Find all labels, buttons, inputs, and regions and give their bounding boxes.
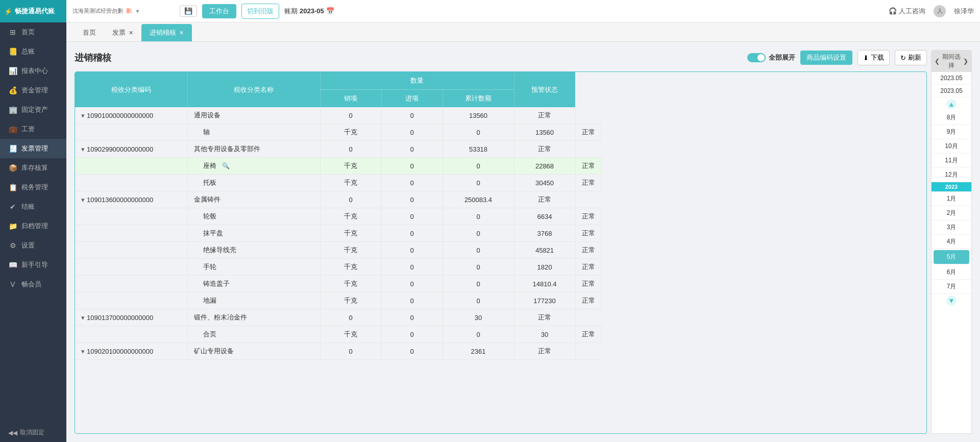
- table-row: 轮毂千克006634正常: [75, 208, 601, 225]
- period-9[interactable]: 9月: [932, 125, 971, 139]
- sidebar-item-guide[interactable]: 📖 新手引导: [0, 255, 66, 275]
- product-code-button[interactable]: 商品编码设置: [800, 51, 852, 65]
- sidebar-item-label: 总账: [21, 47, 35, 56]
- cell-sale: 0: [381, 326, 443, 343]
- search-icon[interactable]: 🔍: [222, 162, 230, 169]
- cell-tax-name: 矿山专用设备: [187, 343, 320, 360]
- period-10[interactable]: 10月: [932, 139, 971, 154]
- sidebar: ⚡ 畅捷通易代账 ⊞ 首页 📒 总账 📊 报表中心 💰 资金管理 🏢 固定资产 …: [0, 0, 66, 442]
- cell-tax-name: 铸造盖子: [187, 276, 320, 292]
- period-1[interactable]: 1月: [932, 192, 971, 206]
- period-down-btn[interactable]: ▼: [946, 296, 957, 306]
- tab-reconcile[interactable]: 进销稽核 ✕: [141, 24, 192, 41]
- sidebar-item-inventory[interactable]: 📦 库存核算: [0, 158, 66, 178]
- period-7[interactable]: 7月: [932, 280, 971, 294]
- sidebar-item-tax[interactable]: 📋 税务管理: [0, 178, 66, 197]
- col-tax-code: 税收分类编码: [75, 72, 187, 107]
- cell-tax-code: [75, 326, 187, 343]
- topbar-right: 🎧 人工咨询 人 徐泽华: [889, 5, 974, 17]
- sidebar-item-label: 库存核算: [21, 163, 48, 173]
- cell-total: 45821: [514, 242, 575, 259]
- company-name: 沈海英测试经营勿删: [72, 7, 123, 15]
- sidebar-item-archive[interactable]: 📁 归档管理: [0, 216, 66, 236]
- sidebar-item-label: 固定资产: [21, 105, 48, 114]
- tab-reconcile-close[interactable]: ✕: [179, 30, 184, 36]
- cell-status: 正常: [575, 326, 601, 343]
- inventory-icon: 📦: [8, 164, 17, 172]
- sidebar-item-invoice[interactable]: 🧾 发票管理: [0, 139, 66, 158]
- sidebar-item-assets[interactable]: 🏢 固定资产: [0, 100, 66, 119]
- app-name: 畅捷通易代账: [15, 7, 55, 16]
- cell-total: 30450: [514, 175, 575, 191]
- refresh-icon: ↻: [900, 54, 906, 62]
- period-8[interactable]: 8月: [932, 111, 971, 125]
- cell-sale: 0: [381, 259, 443, 276]
- cell-sale: 0: [320, 107, 381, 124]
- app-logo: ⚡ 畅捷通易代账: [0, 0, 66, 22]
- cell-total: 14810.4: [514, 276, 575, 292]
- sidebar-item-salary[interactable]: 💼 工资: [0, 119, 66, 139]
- cell-tax-name: 其他专用设备及零部件: [187, 141, 320, 158]
- period-2023-05-top[interactable]: 2023.05: [932, 72, 971, 85]
- cell-status: 正常: [514, 309, 575, 326]
- switch-version-button[interactable]: 切到旧版: [241, 4, 279, 19]
- table-row: 合页千克0030正常: [75, 326, 601, 343]
- tab-invoice[interactable]: 发票 ✕: [104, 24, 141, 41]
- home-icon: ⊞: [8, 28, 17, 36]
- cell-purchase: 0: [443, 175, 514, 191]
- cell-total: 22868: [514, 158, 575, 175]
- table-row: ▾109013600000000000金属铸件00250083.4正常: [75, 191, 601, 208]
- tab-home-label: 首页: [83, 28, 96, 37]
- period-4[interactable]: 4月: [932, 235, 971, 249]
- refresh-button[interactable]: ↻ 刷新: [895, 50, 927, 65]
- col-sale: 销项: [320, 90, 381, 108]
- assets-icon: 🏢: [8, 106, 17, 114]
- sidebar-item-label: 首页: [21, 28, 35, 37]
- calendar-icon[interactable]: 📅: [326, 7, 334, 15]
- period-5[interactable]: 5月: [934, 250, 969, 264]
- topbar: 沈海英测试经营勿删 删 ▼ 💾 工作台 切到旧版 账期 2023-05 📅 🎧 …: [66, 0, 980, 22]
- cell-tax-name: 抹平盘: [187, 225, 320, 242]
- cell-tax-code: ▾109020100000000000: [75, 343, 187, 360]
- cell-unit: 千克: [320, 259, 381, 276]
- sidebar-item-home[interactable]: ⊞ 首页: [0, 22, 66, 42]
- cell-total: 3768: [514, 225, 575, 242]
- period-display: 账期 2023-05 📅: [284, 7, 334, 16]
- headset-icon: 🎧: [889, 7, 897, 15]
- save-button[interactable]: 💾: [180, 5, 197, 17]
- period-2[interactable]: 2月: [932, 206, 971, 220]
- period-2023-05-top2[interactable]: 2023.05: [932, 85, 971, 97]
- sidebar-item-vip[interactable]: V 畅会员: [0, 275, 66, 294]
- cell-tax-code: [75, 175, 187, 191]
- period-up-btn[interactable]: ▲: [946, 99, 957, 109]
- company-selector[interactable]: 沈海英测试经营勿删 删 ▼: [72, 7, 175, 15]
- table-row: ▾109020100000000000矿山专用设备002361正常: [75, 343, 601, 360]
- cell-tax-code: [75, 259, 187, 276]
- chevron-left-icon[interactable]: ❮: [935, 58, 940, 65]
- sidebar-item-reports[interactable]: 📊 报表中心: [0, 61, 66, 81]
- chevron-right-icon[interactable]: ❯: [963, 58, 968, 65]
- unpin-button[interactable]: ◀◀ 取消固定: [0, 423, 66, 442]
- cell-purchase: 0: [443, 276, 514, 292]
- period-panel: ❮ 期间选择 ❯ 2023.05 2023.05 ▲ 8月 9月 10月 11月…: [931, 50, 972, 434]
- period-3[interactable]: 3月: [932, 220, 971, 235]
- period-11[interactable]: 11月: [932, 154, 971, 168]
- logo-icon: ⚡: [4, 8, 12, 15]
- tabbar: 首页 发票 ✕ 进销稽核 ✕: [66, 22, 980, 42]
- cell-tax-name: 通用设备: [187, 107, 320, 124]
- workbench-button[interactable]: 工作台: [202, 4, 236, 18]
- period-12[interactable]: 12月: [932, 168, 971, 182]
- expand-all-toggle[interactable]: [747, 53, 766, 62]
- sidebar-item-settings[interactable]: ⚙ 设置: [0, 236, 66, 255]
- tab-home[interactable]: 首页: [75, 24, 104, 41]
- download-button[interactable]: ⬇ 下载: [857, 50, 890, 65]
- cell-total: 2361: [443, 343, 514, 360]
- sidebar-item-ledger[interactable]: 📒 总账: [0, 42, 66, 61]
- tab-invoice-close[interactable]: ✕: [129, 30, 133, 36]
- period-6[interactable]: 6月: [932, 265, 971, 280]
- support-link[interactable]: 🎧 人工咨询: [889, 7, 925, 16]
- cell-tax-name: 绝缘导线壳: [187, 242, 320, 259]
- sidebar-item-finance[interactable]: 💰 资金管理: [0, 81, 66, 100]
- cell-purchase: 0: [381, 343, 443, 360]
- sidebar-item-settlement[interactable]: ✔ 结账: [0, 197, 66, 216]
